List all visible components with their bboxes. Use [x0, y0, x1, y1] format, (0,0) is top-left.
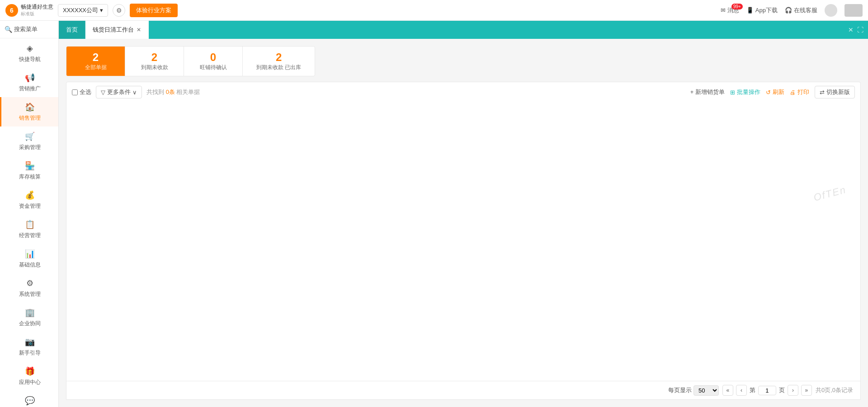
header-right: ✉ 消息 99+ 📱 App下载 🎧 在线客服 — [721, 4, 863, 17]
header-left: 6 畅捷通好生意 标准版 XXXXXX公司 ▾ ⚙ 体验行业方案 — [5, 4, 178, 17]
sidebar-item-12[interactable]: 💬 企业微信 — [0, 391, 58, 407]
tab-bar: 首页 钱货日清工作台 ✕ ✕ ⛶ — [59, 21, 868, 39]
sidebar-label-3: 采购管理 — [19, 144, 41, 151]
logo-text: 畅捷通好生意 标准版 — [21, 4, 53, 17]
chevron-down-icon: ▾ — [100, 7, 103, 14]
sidebar-item-8[interactable]: ⚙ 系统管理 — [0, 273, 58, 303]
switch-version-btn[interactable]: ⇄ 切换新版 — [815, 86, 855, 98]
download-icon: 📱 — [746, 7, 754, 14]
sidebar-label-9: 企业协同 — [19, 320, 41, 327]
sidebar: 🔍 搜索菜单 ◈ 快捷导航 📢 营销推广 🏠 销售管理 🛒 采购管理 🏪 库存核… — [0, 21, 59, 407]
sidebar-icon-6: 📋 — [24, 219, 35, 230]
avatar[interactable] — [825, 4, 837, 17]
sidebar-item-4[interactable]: 🏪 库存核算 — [0, 156, 58, 185]
search-icon: 🔍 — [5, 26, 12, 33]
found-text: 共找到 0条 相关单据 — [146, 88, 200, 96]
sidebar-item-9[interactable]: 🏢 企业协同 — [0, 303, 58, 332]
logo-area: 6 畅捷通好生意 标准版 — [5, 4, 53, 17]
sidebar-label-sales: 销售管理 — [19, 114, 41, 122]
sidebar-icon-8: ⚙ — [24, 278, 35, 289]
prev-page-btn[interactable]: ‹ — [736, 385, 747, 396]
sidebar-item-1[interactable]: 📢 营销推广 — [0, 68, 58, 97]
sidebar-item-11[interactable]: 🎁 应用中心 — [0, 361, 58, 391]
print-btn[interactable]: 🖨 打印 — [790, 88, 809, 96]
stats-tabs: 2 全部单据 2 到期未收款 0 旺铺待确认 2 到期未收款 已出库 — [66, 46, 315, 76]
toolbar: 全选 ▽ 更多条件 ∨ 共找到 0条 相关单据 + 新增销货单 — [66, 82, 861, 102]
sidebar-icon-0: ◈ — [24, 43, 35, 54]
sidebar-item-10[interactable]: 📷 新手引导 — [0, 332, 58, 361]
watermark: OfTEn — [812, 184, 848, 204]
filter-button[interactable]: ▽ 更多条件 ∨ — [96, 86, 142, 98]
last-page-btn[interactable]: » — [801, 385, 812, 396]
tab-expand-btn[interactable]: ⛶ — [857, 26, 863, 33]
online-service-action[interactable]: 🎧 在线客服 — [785, 6, 817, 14]
first-page-btn[interactable]: « — [722, 385, 733, 396]
sidebar-item-0[interactable]: ◈ 快捷导航 — [0, 38, 58, 68]
stat-tab-1[interactable]: 2 到期未收款 — [125, 47, 184, 76]
tab-home[interactable]: 首页 — [59, 21, 85, 39]
main-layout: 🔍 搜索菜单 ◈ 快捷导航 📢 营销推广 🏠 销售管理 🛒 采购管理 🏪 库存核… — [0, 21, 868, 407]
top-header: 6 畅捷通好生意 标准版 XXXXXX公司 ▾ ⚙ 体验行业方案 ✉ 消息 99… — [0, 0, 868, 21]
sidebar-item-6[interactable]: 📋 经营管理 — [0, 215, 58, 244]
next-page-btn[interactable]: › — [788, 385, 798, 396]
search-menu[interactable]: 🔍 搜索菜单 — [0, 21, 58, 38]
sidebar-label-4: 库存核算 — [19, 173, 41, 181]
sidebar-icon-7: 📊 — [24, 248, 35, 259]
chevron-icon: ∨ — [132, 89, 137, 96]
avatar-extra[interactable] — [844, 4, 863, 17]
pagination-bar: 每页显示 50 100 200 « ‹ 第 页 › » 共0页,0条记录 — [66, 381, 861, 400]
total-info: 共0页,0条记录 — [816, 386, 853, 394]
page-content: 2 全部单据 2 到期未收款 0 旺铺待确认 2 到期未收款 已出库 — [59, 39, 868, 407]
stat-tab-3[interactable]: 2 到期未收款 已出库 — [243, 47, 315, 76]
company-selector[interactable]: XXXXXX公司 ▾ — [58, 4, 108, 17]
filter-icon: ▽ — [101, 89, 105, 96]
sidebar-item-sales[interactable]: 🏠 销售管理 — [0, 97, 58, 126]
tab-close-btn[interactable]: ✕ — [848, 26, 854, 33]
sidebar-item-5[interactable]: 💰 资金管理 — [0, 185, 58, 215]
table-area: OfTEn — [66, 102, 861, 381]
page-size-selector: 每页显示 50 100 200 — [668, 385, 719, 396]
settings-icon[interactable]: ⚙ — [113, 4, 125, 17]
refresh-btn[interactable]: ↺ 刷新 — [766, 88, 784, 96]
select-all-checkbox[interactable]: 全选 — [72, 88, 91, 96]
print-icon: 🖨 — [790, 89, 796, 96]
sidebar-icon-sales: 🏠 — [24, 102, 35, 112]
tab-bar-actions: ✕ ⛶ — [848, 26, 868, 33]
batch-action-btn[interactable]: ⊞ 批量操作 — [730, 88, 760, 96]
sidebar-icon-9: 🏢 — [24, 307, 35, 318]
sidebar-icon-5: 💰 — [24, 190, 35, 201]
refresh-icon: ↺ — [766, 89, 771, 96]
sidebar-label-0: 快捷导航 — [19, 56, 41, 63]
tab-workbench[interactable]: 钱货日清工作台 ✕ — [85, 21, 149, 39]
logo-icon: 6 — [5, 4, 18, 17]
page-input[interactable] — [758, 386, 776, 395]
sidebar-label-7: 基础信息 — [19, 261, 41, 269]
toolbar-right: + 新增销货单 ⊞ 批量操作 ↺ 刷新 🖨 打印 ⇄ — [690, 86, 855, 98]
sidebar-icon-11: 🎁 — [24, 366, 35, 377]
messages-action[interactable]: ✉ 消息 99+ — [721, 6, 739, 14]
sidebar-icon-10: 📷 — [24, 337, 35, 347]
page-nav: « ‹ 第 页 › » — [722, 385, 812, 396]
message-icon: ✉ — [721, 7, 726, 14]
sidebar-icon-1: 📢 — [24, 72, 35, 83]
stat-tab-0[interactable]: 2 全部单据 — [66, 47, 125, 76]
add-sale-btn[interactable]: + 新增销货单 — [690, 88, 725, 96]
service-icon: 🎧 — [785, 7, 792, 14]
content-area: 首页 钱货日清工作台 ✕ ✕ ⛶ 2 全部单据 2 到期未收款 — [59, 21, 868, 407]
sidebar-label-8: 系统管理 — [19, 290, 41, 298]
page-size-select[interactable]: 50 100 200 — [693, 385, 719, 396]
sidebar-icon-3: 🛒 — [24, 131, 35, 142]
all-checkbox[interactable] — [72, 89, 78, 95]
stat-tab-2[interactable]: 0 旺铺待确认 — [184, 47, 243, 76]
found-count: 0条 — [166, 89, 175, 95]
sidebar-label-11: 应用中心 — [19, 379, 41, 386]
sidebar-icon-4: 🏪 — [24, 160, 35, 171]
experience-btn[interactable]: 体验行业方案 — [130, 4, 178, 17]
sidebar-item-3[interactable]: 🛒 采购管理 — [0, 126, 58, 156]
sidebar-label-5: 资金管理 — [19, 202, 41, 210]
app-download-action[interactable]: 📱 App下载 — [746, 6, 778, 14]
sidebar-item-7[interactable]: 📊 基础信息 — [0, 244, 58, 273]
switch-icon: ⇄ — [820, 89, 825, 96]
tab-close-icon[interactable]: ✕ — [137, 27, 141, 33]
sidebar-label-1: 营销推广 — [19, 85, 41, 93]
